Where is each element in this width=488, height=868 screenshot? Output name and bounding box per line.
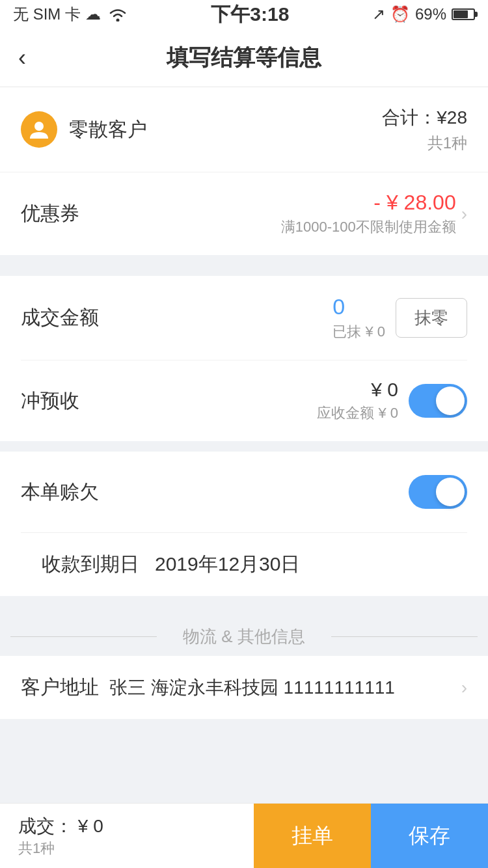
avatar-icon [27, 118, 51, 141]
debt-label: 本单赊欠 [21, 479, 99, 506]
status-right: ↗ ⏰ 69% [372, 5, 475, 23]
transaction-deducted: 已抹 ¥ 0 [332, 322, 385, 342]
svg-point-1 [34, 122, 44, 131]
save-button[interactable]: 保存 [371, 804, 488, 868]
nav-bar: ‹ 填写结算等信息 [0, 29, 488, 87]
status-bar: 无 SIM 卡 ☁ 下午3:18 ↗ ⏰ 69% [0, 0, 488, 29]
logistics-line-left [10, 636, 157, 637]
prepay-amount: ¥ 0 [317, 379, 398, 401]
page-title: 填写结算等信息 [167, 43, 321, 73]
address-row[interactable]: 客户地址 张三 海淀永丰科技园 11111111111 › [0, 656, 488, 719]
prepay-row: 冲预收 ¥ 0 应收金额 ¥ 0 [21, 360, 467, 441]
coupon-chevron-icon: › [461, 204, 467, 224]
transaction-value: 0 [332, 294, 385, 319]
debt-toggle-knob [436, 478, 465, 506]
debt-row: 本单赊欠 [21, 452, 467, 532]
customer-right: 合计：¥28 共1种 [382, 105, 467, 154]
prepay-label: 冲预收 [21, 388, 79, 414]
sim-label: 无 SIM 卡 ☁ [13, 4, 101, 25]
coupon-label: 优惠券 [21, 200, 79, 227]
address-chevron-icon: › [461, 677, 467, 698]
customer-section: 零散客户 合计：¥28 共1种 优惠券 - ¥ 28.00 满1000-100不… [0, 87, 488, 255]
logistics-divider: 物流 & 其他信息 [0, 617, 488, 656]
customer-count: 共1种 [382, 133, 467, 154]
divider-3 [0, 606, 488, 617]
duedate-label: 收款到期日 [42, 551, 139, 578]
svg-point-0 [116, 19, 119, 22]
toggle-knob [436, 387, 465, 415]
customer-name: 零散客户 [69, 116, 147, 143]
amount-section: 成交金额 0 已抹 ¥ 0 抹零 冲预收 ¥ 0 应收金额 ¥ 0 [0, 276, 488, 441]
bottom-deal-label: 成交： [18, 816, 73, 836]
transaction-label: 成交金额 [21, 305, 99, 331]
coupon-row[interactable]: 优惠券 - ¥ 28.00 满1000-100不限制使用金额 › [0, 172, 488, 255]
location-icon: ↗ [372, 5, 385, 23]
battery-icon [452, 8, 475, 20]
prepay-amount-block: ¥ 0 应收金额 ¥ 0 [317, 379, 398, 423]
bottom-deal: 成交： ¥ 0 [18, 814, 236, 839]
transaction-right: 0 已抹 ¥ 0 抹零 [332, 294, 467, 342]
wifi-icon [107, 7, 128, 21]
round-button[interactable]: 抹零 [396, 298, 467, 338]
customer-avatar [21, 111, 57, 148]
coupon-info: - ¥ 28.00 满1000-100不限制使用金额 [281, 191, 456, 237]
customer-row: 零散客户 合计：¥28 共1种 [0, 87, 488, 172]
battery-percent: 69% [415, 5, 446, 23]
duedate-row: 收款到期日 2019年12月30日 [21, 532, 467, 596]
bottom-count: 共1种 [18, 839, 236, 858]
bottom-bar: 成交： ¥ 0 共1种 挂单 保存 [0, 803, 488, 868]
duedate-value: 2019年12月30日 [155, 551, 300, 578]
address-value: 张三 海淀永丰科技园 11111111111 [109, 675, 451, 700]
logistics-label: 物流 & 其他信息 [183, 625, 305, 648]
transaction-value-block: 0 已抹 ¥ 0 [332, 294, 385, 342]
clock-icon: ⏰ [390, 5, 410, 23]
prepay-toggle[interactable] [409, 384, 467, 418]
prepay-right: ¥ 0 应收金额 ¥ 0 [317, 379, 467, 423]
logistics-line-right [331, 636, 478, 637]
customer-total: 合计：¥28 [382, 105, 467, 130]
address-label: 客户地址 [21, 674, 99, 701]
divider-2 [0, 441, 488, 452]
back-button[interactable]: ‹ [18, 44, 26, 72]
customer-left: 零散客户 [21, 111, 147, 148]
bottom-deal-value: ¥ 0 [78, 816, 103, 836]
status-left: 无 SIM 卡 ☁ [13, 4, 128, 25]
transaction-row: 成交金额 0 已抹 ¥ 0 抹零 [21, 276, 467, 360]
coupon-desc: 满1000-100不限制使用金额 [281, 217, 456, 237]
debt-section: 本单赊欠 收款到期日 2019年12月30日 [0, 452, 488, 596]
coupon-right: - ¥ 28.00 满1000-100不限制使用金额 › [281, 191, 467, 237]
debt-toggle[interactable] [409, 475, 467, 509]
main-content: 零散客户 合计：¥28 共1种 优惠券 - ¥ 28.00 满1000-100不… [0, 87, 488, 868]
divider-1 [0, 265, 488, 276]
prepay-sub: 应收金额 ¥ 0 [317, 403, 398, 423]
status-time: 下午3:18 [211, 1, 289, 28]
coupon-amount: - ¥ 28.00 [281, 191, 456, 215]
pending-button[interactable]: 挂单 [254, 804, 371, 868]
bottom-summary: 成交： ¥ 0 共1种 [0, 804, 254, 868]
